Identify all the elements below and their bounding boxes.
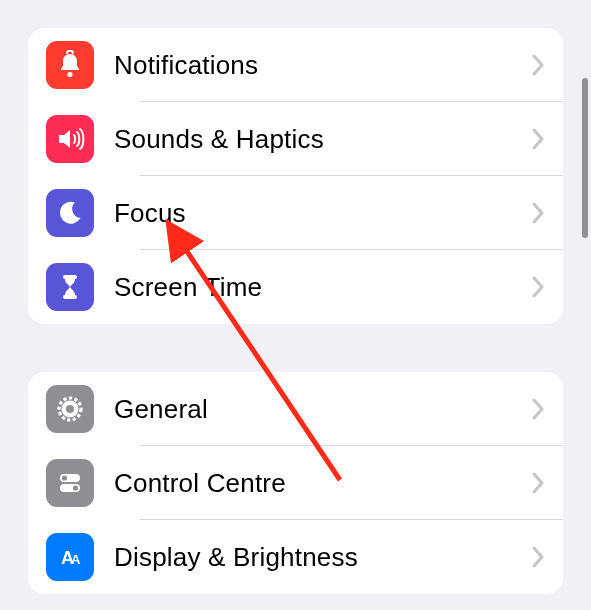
row-focus[interactable]: Focus bbox=[28, 176, 563, 250]
chevron-right-icon bbox=[531, 398, 545, 420]
chevron-right-icon bbox=[531, 202, 545, 224]
row-notifications[interactable]: Notifications bbox=[28, 28, 563, 102]
scrollbar[interactable] bbox=[582, 78, 588, 238]
bell-icon bbox=[46, 41, 94, 89]
svg-point-0 bbox=[67, 72, 72, 77]
chevron-right-icon bbox=[531, 276, 545, 298]
row-label: Control Centre bbox=[114, 468, 531, 499]
settings-group-1: Notifications Sounds & Haptics Focus bbox=[28, 28, 563, 324]
row-label: General bbox=[114, 394, 531, 425]
settings-group-2: General Control Centre A A Display bbox=[28, 372, 563, 594]
row-display[interactable]: A A Display & Brightness bbox=[28, 520, 563, 594]
chevron-right-icon bbox=[531, 546, 545, 568]
row-label: Sounds & Haptics bbox=[114, 124, 531, 155]
svg-text:A: A bbox=[71, 552, 81, 567]
row-label: Display & Brightness bbox=[114, 542, 531, 573]
row-control-centre[interactable]: Control Centre bbox=[28, 446, 563, 520]
row-screen-time[interactable]: Screen Time bbox=[28, 250, 563, 324]
row-general[interactable]: General bbox=[28, 372, 563, 446]
moon-icon bbox=[46, 189, 94, 237]
text-size-icon: A A bbox=[46, 533, 94, 581]
chevron-right-icon bbox=[531, 128, 545, 150]
row-sounds[interactable]: Sounds & Haptics bbox=[28, 102, 563, 176]
row-label: Notifications bbox=[114, 50, 531, 81]
gear-icon bbox=[46, 385, 94, 433]
svg-point-5 bbox=[66, 405, 74, 413]
svg-point-9 bbox=[73, 485, 78, 490]
chevron-right-icon bbox=[531, 54, 545, 76]
svg-rect-2 bbox=[63, 295, 77, 299]
hourglass-icon bbox=[46, 263, 94, 311]
row-label: Focus bbox=[114, 198, 531, 229]
row-label: Screen Time bbox=[114, 272, 531, 303]
svg-rect-1 bbox=[63, 275, 77, 279]
speaker-icon bbox=[46, 115, 94, 163]
svg-point-7 bbox=[62, 475, 67, 480]
chevron-right-icon bbox=[531, 472, 545, 494]
toggles-icon bbox=[46, 459, 94, 507]
